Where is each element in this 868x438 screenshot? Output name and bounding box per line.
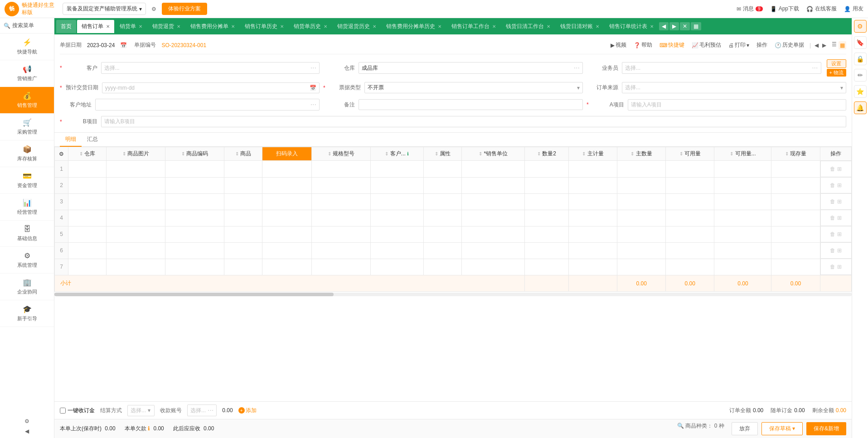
- col-customer-code[interactable]: ⇕ 客户... ℹ: [370, 147, 423, 161]
- settings-icon[interactable]: ⚙: [150, 4, 158, 14]
- row-copy-icon[interactable]: ⊞: [837, 198, 842, 205]
- one-key-check[interactable]: [60, 408, 66, 414]
- tab-reconcile[interactable]: 钱货日清对账 ✕: [556, 20, 604, 33]
- row-delete-icon[interactable]: 🗑: [830, 247, 835, 254]
- row-delete-icon[interactable]: 🗑: [830, 264, 835, 270]
- col-main-qty[interactable]: ⇕ 主数量: [617, 147, 666, 161]
- discard-btn[interactable]: 放弃: [732, 422, 758, 435]
- scrollbar-thumb[interactable]: [54, 293, 334, 296]
- col-stock[interactable]: ⇕ 现存量: [771, 147, 820, 161]
- tab-next-btn[interactable]: ▶: [669, 22, 679, 30]
- nav-prev-btn[interactable]: ◀: [815, 42, 819, 48]
- sidebar-item-sales[interactable]: 💰 销售管理: [0, 87, 54, 114]
- account-select[interactable]: 选择... ···: [187, 404, 217, 416]
- col-available[interactable]: ⇕ 可用量: [666, 147, 714, 161]
- sidebar-item-inventory[interactable]: 📦 库存核算: [0, 140, 54, 167]
- settings-bottom-icon[interactable]: ⚙: [24, 418, 29, 424]
- save-draft-btn[interactable]: 保存草稿 ▾: [761, 422, 803, 435]
- col-product[interactable]: ⇕ 商品: [224, 147, 262, 161]
- profit-btn[interactable]: 📈 毛利预估: [690, 40, 723, 50]
- sidebar-item-marketing[interactable]: 📢 营销推广: [0, 60, 54, 87]
- tab-invoice-history[interactable]: 销货单历史 ✕: [289, 20, 332, 33]
- tab-close-icon[interactable]: ✕: [280, 24, 284, 29]
- col-spec[interactable]: ⇕ 规格型号: [311, 147, 370, 161]
- sidebar-item-system[interactable]: ⚙ 系统管理: [0, 247, 54, 274]
- tab-close-icon[interactable]: ✕: [324, 24, 327, 29]
- tab-summary[interactable]: 汇总: [82, 133, 103, 147]
- col-warehouse[interactable]: ⇕ 仓库: [68, 147, 107, 161]
- sidebar-item-enterprise[interactable]: 🏢 企业协同: [0, 274, 54, 300]
- system-selector[interactable]: 装备及固定资产辅助管理系统 ▾: [63, 3, 146, 15]
- sidebar-search[interactable]: 🔍 搜索菜单: [0, 18, 54, 34]
- tab-close-icon[interactable]: ✕: [177, 24, 180, 29]
- order-source-input[interactable]: 选择... ▾: [622, 82, 846, 93]
- sidebar-item-basic[interactable]: 🗄 基础信息: [0, 221, 54, 247]
- right-lock-btn[interactable]: 🔒: [854, 53, 867, 65]
- tab-expense[interactable]: 销售费用分摊单 ✕: [186, 20, 239, 33]
- row-copy-icon[interactable]: ⊞: [837, 166, 842, 172]
- tab-order-history[interactable]: 销售订单历史 ✕: [240, 20, 288, 33]
- row-copy-icon[interactable]: ⊞: [837, 215, 842, 221]
- online-service-btn[interactable]: 🎧 在线客服: [806, 5, 837, 13]
- message-btn[interactable]: ✉ 消息 9: [737, 5, 763, 13]
- col-unit[interactable]: ⇕ *销售单位: [462, 147, 525, 161]
- app-download-btn[interactable]: 📱 App下载: [770, 5, 799, 13]
- tab-close-icon[interactable]: ✕: [438, 24, 441, 29]
- address-input[interactable]: ···: [95, 99, 320, 111]
- right-bookmark-btn[interactable]: 🔖: [854, 36, 867, 49]
- history-btn[interactable]: 🕐 历史单据: [773, 40, 806, 50]
- row-copy-icon[interactable]: ⊞: [837, 247, 842, 254]
- row-delete-icon[interactable]: 🗑: [830, 182, 835, 188]
- grid-view-btn[interactable]: ▦: [839, 41, 846, 49]
- sidebar-item-purchase[interactable]: 🛒 采购管理: [0, 114, 54, 140]
- sidebar-item-operations[interactable]: 📊 经营管理: [0, 194, 54, 221]
- current-debt-info[interactable]: ℹ: [148, 425, 150, 432]
- col-code[interactable]: ⇕ 商品编码: [165, 147, 224, 161]
- col-available2[interactable]: ⇕ 可用量...: [714, 147, 771, 161]
- tab-close-icon[interactable]: ✕: [231, 24, 235, 29]
- row-copy-icon[interactable]: ⊞: [837, 182, 842, 188]
- sidebar-item-finance[interactable]: 💳 资金管理: [0, 167, 54, 194]
- tab-close-icon[interactable]: ✕: [492, 24, 496, 29]
- tab-workbench[interactable]: 销售订单工作台 ✕: [447, 20, 500, 33]
- tab-cash-workbench[interactable]: 钱货日清工作台 ✕: [501, 20, 555, 33]
- tab-close-all-btn[interactable]: ✕: [680, 22, 690, 30]
- tab-close-icon[interactable]: ✕: [106, 24, 110, 29]
- note-input[interactable]: [359, 99, 583, 110]
- col-attr[interactable]: ⇕ 属性: [423, 147, 461, 161]
- delivery-input[interactable]: yyyy-mm-dd 📅: [102, 82, 320, 93]
- row-delete-icon[interactable]: 🗑: [830, 231, 835, 237]
- tab-menu-btn[interactable]: ▦: [691, 22, 701, 30]
- add-btn[interactable]: + 添加: [238, 407, 257, 414]
- right-settings-btn[interactable]: ⚙: [854, 20, 867, 33]
- col-image[interactable]: ⇕ 商品图片: [107, 147, 165, 161]
- horizontal-scrollbar[interactable]: [54, 292, 852, 295]
- one-key-checkbox[interactable]: 一键收订金: [60, 407, 95, 414]
- row-copy-icon[interactable]: ⊞: [837, 231, 842, 237]
- tab-close-icon[interactable]: ✕: [373, 24, 376, 29]
- industry-btn[interactable]: 体验行业方案: [162, 3, 207, 15]
- print-chevron[interactable]: ▾: [747, 42, 749, 48]
- tab-close-icon[interactable]: ✕: [650, 24, 654, 29]
- tab-prev-btn[interactable]: ◀: [659, 22, 669, 30]
- settings-side-btn[interactable]: 设置: [827, 59, 846, 68]
- a-project-input[interactable]: 请输入A项目: [628, 99, 846, 111]
- add-logistics-btn[interactable]: + 物流: [827, 69, 846, 77]
- invoice-input[interactable]: 不开票 ▾: [364, 82, 583, 93]
- tab-close-icon[interactable]: ✕: [547, 24, 550, 29]
- tab-stats[interactable]: 销售订单统计表 ✕: [605, 20, 658, 33]
- warehouse-input[interactable]: 成品库 ···: [359, 62, 583, 74]
- right-pencil-btn[interactable]: ✏: [854, 69, 867, 82]
- b-project-input[interactable]: 请输入B项目: [101, 116, 846, 127]
- collapse-icon[interactable]: ◀: [25, 428, 29, 434]
- nav-next-btn[interactable]: ▶: [822, 42, 826, 48]
- list-view-btn[interactable]: ☰: [832, 41, 837, 49]
- staff-input[interactable]: 选择... ···: [622, 62, 821, 74]
- tab-return-history[interactable]: 销货退货历史 ✕: [333, 20, 381, 33]
- col-qty2[interactable]: ⇕ 数量2: [525, 147, 569, 161]
- tab-close-icon[interactable]: ✕: [596, 24, 599, 29]
- tab-close-icon[interactable]: ✕: [139, 24, 142, 29]
- tab-detail[interactable]: 明细: [60, 133, 82, 147]
- row-delete-icon[interactable]: 🗑: [830, 215, 835, 221]
- help-btn[interactable]: ❓ 帮助: [632, 40, 654, 50]
